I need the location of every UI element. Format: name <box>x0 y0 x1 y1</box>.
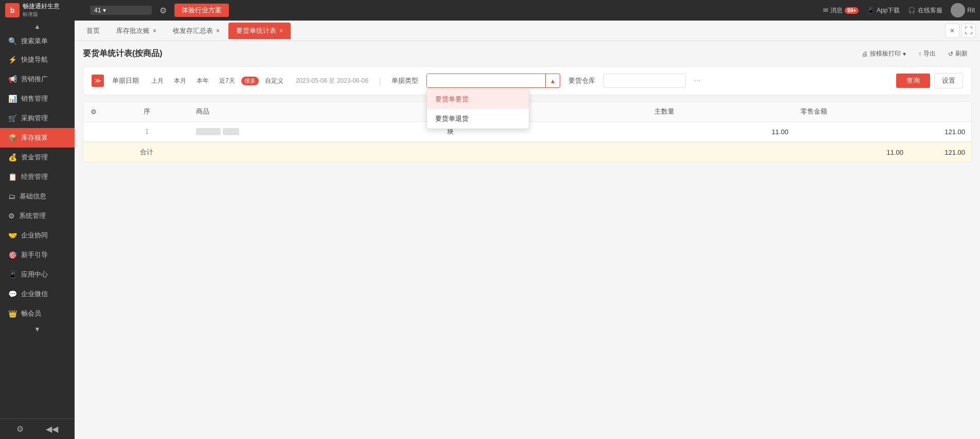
sidebar-scroll-down[interactable]: ▼ <box>0 323 75 335</box>
sidebar-item-label: 基础信息 <box>20 192 46 201</box>
tabs-bar: 首页 库存批次账 × 收发存汇总表 × 要货单统计表 × × ⛶ <box>75 21 980 41</box>
type-filter-container: ▴ 要货单要货 要货单退货 <box>426 74 560 88</box>
product-name-placeholder <box>196 128 435 135</box>
settings-button[interactable]: ⚙ <box>156 3 170 17</box>
sidebar-item-inventory[interactable]: 📦 库存核算 <box>0 128 75 148</box>
filter-settings-button[interactable]: 设置 <box>934 73 963 88</box>
table-col-seq: 序 <box>104 102 190 122</box>
sidebar-item-label: 经营管理 <box>21 172 48 181</box>
sidebar-item-wechat[interactable]: 💬 企业微信 <box>0 284 75 304</box>
date-btn-custom[interactable]: 自定义 <box>261 76 288 86</box>
print-template-button[interactable]: 🖨 按模板打印 ▾ <box>858 47 910 60</box>
print-template-label: 按模板打印 <box>870 49 901 58</box>
sidebar-item-label: 应用中心 <box>21 270 48 279</box>
tab-home[interactable]: 首页 <box>79 23 108 39</box>
row-qty-cell: 11.00 <box>648 122 795 142</box>
summary-label: 合计 <box>136 148 759 157</box>
sidebar-item-guide[interactable]: 🎯 新手引导 <box>0 245 75 265</box>
sidebar-item-basic-info[interactable]: 🗂 基础信息 <box>0 187 75 206</box>
sidebar-search-label: 搜索菜单 <box>21 36 48 46</box>
app-center-icon: 📱 <box>8 270 17 279</box>
wechat-icon: 💬 <box>8 290 17 298</box>
filter-expand-button[interactable]: ≫ <box>92 75 104 87</box>
sidebar-item-marketing[interactable]: 📢 营销推广 <box>0 69 75 89</box>
finance-icon: 💰 <box>8 153 17 161</box>
warehouse-filter-label: 要货仓库 <box>568 76 595 85</box>
sidebar-item-quick-nav[interactable]: ⚡ 快捷导航 <box>0 50 75 69</box>
user-avatar-button[interactable]: Rit <box>951 3 975 17</box>
sidebar-item-finance[interactable]: 💰 资金管理 <box>0 148 75 167</box>
message-button[interactable]: ✉ 消息 99+ <box>823 6 859 15</box>
refresh-button[interactable]: ↺ 刷新 <box>944 47 972 60</box>
type-filter-arrow-button[interactable]: ▴ <box>545 74 560 88</box>
operations-icon: 📋 <box>8 173 17 181</box>
warehouse-filter-input[interactable] <box>603 74 686 88</box>
date-more-badge[interactable]: 很多 <box>241 77 259 85</box>
table-col-amount: 零售金额 <box>794 102 971 122</box>
sidebar-item-operations[interactable]: 📋 经营管理 <box>0 167 75 187</box>
sidebar-item-label: 企业协同 <box>21 231 48 240</box>
tab-order-summary-close[interactable]: × <box>279 27 283 34</box>
sidebar-item-label: 销售管理 <box>21 94 48 103</box>
placeholder-block-2 <box>223 128 239 135</box>
filter-area: ≫ 单据日期 上月 本月 本年 近7天 很多 自定义 2023-05-06 至 … <box>83 66 972 95</box>
page-content: 要货单统计表(按商品) 🖨 按模板打印 ▾ ↑ 导出 ↺ 刷新 <box>75 41 980 439</box>
dropdown-item-order-return[interactable]: 要货单退货 <box>427 109 529 129</box>
sidebar-item-enterprise[interactable]: 🤝 企业协同 <box>0 226 75 245</box>
tab-inventory-batch[interactable]: 库存批次账 × <box>109 23 164 39</box>
app-download-label: App下载 <box>877 6 900 15</box>
basic-info-icon: 🗂 <box>8 192 15 200</box>
filter-more-dots[interactable]: ··· <box>694 76 701 85</box>
column-settings-icon[interactable]: ⚙ <box>91 108 97 116</box>
row-product-cell <box>190 122 441 142</box>
tab-collect-summary[interactable]: 收发存汇总表 × <box>165 23 227 39</box>
app-download-button[interactable]: 📱 App下载 <box>867 6 900 15</box>
header-right: ✉ 消息 99+ 📱 App下载 🎧 在线客服 Rit <box>823 3 975 17</box>
tab-close-all-button[interactable]: × <box>945 24 959 38</box>
sidebar-settings-button[interactable]: ⚙ <box>16 424 24 434</box>
sidebar-bottom: ⚙ ◀◀ <box>0 418 75 439</box>
online-service-button[interactable]: 🎧 在线客服 <box>908 6 942 15</box>
summary-qty: 11.00 <box>842 149 903 156</box>
tab-collect-summary-close[interactable]: × <box>216 27 220 34</box>
logo-name: 畅捷通好生意 <box>23 3 60 11</box>
tab-order-summary-label: 要货单统计表 <box>236 26 276 35</box>
tab-home-label: 首页 <box>86 26 100 35</box>
tab-order-summary[interactable]: 要货单统计表 × <box>228 23 291 39</box>
main-content: 首页 库存批次账 × 收发存汇总表 × 要货单统计表 × × ⛶ 要货单统计表(… <box>75 21 980 439</box>
type-filter-input[interactable]: ▴ <box>426 74 560 88</box>
date-btn-last-month[interactable]: 上月 <box>147 76 168 86</box>
date-btn-this-month[interactable]: 本月 <box>170 76 190 86</box>
date-btn-7days[interactable]: 近7天 <box>215 76 239 86</box>
member-icon: 👑 <box>8 309 17 318</box>
date-shortcuts: 上月 本月 本年 近7天 很多 自定义 <box>147 76 288 86</box>
sidebar-item-purchase[interactable]: 🛒 采购管理 <box>0 108 75 128</box>
sidebar-item-search[interactable]: 🔍 搜索菜单 <box>0 32 75 50</box>
sidebar-item-member[interactable]: 👑 畅会员 <box>0 304 75 323</box>
sidebar-scroll-up[interactable]: ▲ <box>0 21 75 32</box>
trial-button[interactable]: 体验行业方案 <box>174 4 229 17</box>
chevron-down-icon: ▾ <box>103 7 106 14</box>
query-button[interactable]: 查询 <box>896 74 930 88</box>
tab-inventory-batch-close[interactable]: × <box>153 27 156 34</box>
dropdown-item-order-goods[interactable]: 要货单要货 <box>427 89 529 109</box>
sidebar-item-label: 采购管理 <box>21 114 48 123</box>
store-selector[interactable]: 41 ▾ <box>90 6 152 15</box>
sidebar-item-system[interactable]: ⚙ 系统管理 <box>0 206 75 226</box>
row-action-cell <box>83 122 104 142</box>
print-chevron-down-icon: ▾ <box>903 50 906 58</box>
marketing-icon: 📢 <box>8 75 17 83</box>
inventory-icon: 📦 <box>8 134 17 142</box>
sidebar-collapse-button[interactable]: ◀◀ <box>46 424 58 434</box>
message-badge: 99+ <box>845 7 859 14</box>
table-col-settings[interactable]: ⚙ <box>83 102 104 122</box>
tab-expand-button[interactable]: ⛶ <box>961 24 976 38</box>
page-header: 要货单统计表(按商品) 🖨 按模板打印 ▾ ↑ 导出 ↺ 刷新 <box>83 47 972 60</box>
export-button[interactable]: ↑ 导出 <box>914 47 940 60</box>
type-filter-text-input[interactable] <box>427 74 545 87</box>
tab-inventory-batch-label: 库存批次账 <box>116 26 150 35</box>
date-btn-this-year[interactable]: 本年 <box>192 76 213 86</box>
type-filter-dropdown: 要货单要货 要货单退货 <box>426 89 529 129</box>
sidebar-item-app-center[interactable]: 📱 应用中心 <box>0 265 75 284</box>
sidebar-item-sales[interactable]: 📊 销售管理 <box>0 89 75 108</box>
